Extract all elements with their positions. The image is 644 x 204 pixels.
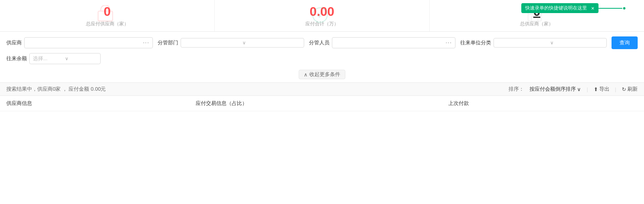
department-arrow: ∨ [242, 40, 301, 46]
sort-select[interactable]: 按应付会额倒序排序 ∨ [530, 86, 581, 93]
filter-section: 供应商 ··· 分管部门 ∨ 分管人员 ··· 往来单位分类 [0, 32, 644, 83]
tooltip-bar: 快速录单的快捷键说明在这里 × [521, 3, 598, 13]
stat-total-payable: 0 总应付供应商（家） [0, 0, 215, 31]
result-actions: 排序： 按应付会额倒序排序 ∨ | ⬆ 导出 | ↻ 刷新 [509, 86, 638, 93]
department-label: 分管部门 [158, 39, 178, 46]
filter-row-2: 往来余额 选择... ∨ [6, 53, 638, 64]
category-filter: 往来单位分类 ∨ [460, 38, 607, 48]
balance-placeholder: 选择... [33, 55, 65, 62]
supplier-filter: 供应商 ··· [6, 37, 153, 48]
money-icon: ¥ [310, 5, 330, 26]
col-payment-header: 上次付款 [448, 100, 638, 107]
department-filter: 分管部门 ∨ [158, 38, 304, 48]
category-label: 往来单位分类 [460, 39, 491, 46]
svg-text:¥: ¥ [317, 11, 322, 19]
action-separator-1: | [587, 86, 588, 92]
tooltip-close[interactable]: × [591, 6, 594, 11]
filter-row-1: 供应商 ··· 分管部门 ∨ 分管人员 ··· 往来单位分类 [6, 36, 638, 49]
balance-select[interactable]: 选择... ∨ [29, 53, 101, 64]
svg-rect-0 [98, 11, 112, 21]
collapse-icon: ∧ [304, 72, 308, 78]
tooltip-dot [622, 6, 626, 10]
person-dots[interactable]: ··· [446, 39, 452, 46]
supplier-input[interactable] [28, 40, 143, 46]
department-select[interactable]: ∨ [181, 38, 304, 48]
col-transaction-header: 应付交易信息（占比） [196, 100, 448, 107]
supplier-input-wrap[interactable]: ··· [24, 37, 153, 48]
table-body [0, 111, 644, 204]
result-count: 搜索结果中，供应商0家 [6, 86, 61, 92]
sort-arrow: ∨ [577, 86, 581, 92]
refresh-icon: ↻ [622, 86, 626, 92]
tooltip-text: 快速录单的快捷键说明在这里 [525, 5, 587, 11]
result-bar: 搜索结果中，供应商0家 ， 应付金额 0.00元 排序： 按应付会额倒序排序 ∨… [0, 83, 644, 96]
category-arrow: ∨ [550, 40, 603, 46]
supplier-icon [95, 5, 115, 26]
collapse-row: ∧ 收起更多条件 [6, 68, 638, 82]
person-input-wrap[interactable]: ··· [332, 37, 455, 48]
balance-arrow: ∨ [65, 56, 97, 61]
person-filter: 分管人员 ··· [309, 37, 455, 48]
result-separator: ， [62, 86, 67, 92]
person-label: 分管人员 [309, 39, 330, 46]
table-header: 供应商信息 应付交易信息（占比） 上次付款 [0, 96, 644, 111]
stat-all-suppliers: 快速录单的快捷键说明在这里 × 0 总供应商（家） [430, 0, 644, 31]
balance-filter: 往来余额 选择... ∨ [6, 53, 101, 64]
svg-rect-4 [532, 16, 538, 21]
result-amount: 应付金额 0.00元 [69, 86, 106, 92]
export-icon: ⬆ [594, 86, 598, 92]
category-select[interactable]: ∨ [493, 38, 607, 48]
action-separator-2: | [615, 86, 616, 92]
person-input[interactable] [335, 40, 446, 46]
refresh-button[interactable]: ↻ 刷新 [622, 86, 638, 93]
balance-label: 往来余额 [6, 55, 27, 62]
query-button[interactable]: 查询 [612, 36, 638, 49]
col-supplier-header: 供应商信息 [6, 100, 196, 107]
collapse-text: 收起更多条件 [309, 71, 340, 78]
stat-payable-total: ¥ 0.00 应付合计（万） [215, 0, 429, 31]
sort-value-text: 按应付会额倒序排序 [530, 86, 576, 93]
sort-label: 排序： [509, 86, 524, 93]
export-text: 导出 [599, 86, 610, 93]
export-button[interactable]: ⬆ 导出 [594, 86, 610, 93]
collapse-button[interactable]: ∧ 收起更多条件 [299, 70, 345, 79]
supplier-label: 供应商 [6, 39, 22, 46]
result-info: 搜索结果中，供应商0家 ， 应付金额 0.00元 [6, 86, 106, 93]
stats-bar: 0 总应付供应商（家） ¥ 0.00 应付合计（万） 快速录单的快捷键说明在这里… [0, 0, 644, 32]
refresh-text: 刷新 [627, 86, 638, 93]
supplier-dots[interactable]: ··· [143, 39, 149, 46]
